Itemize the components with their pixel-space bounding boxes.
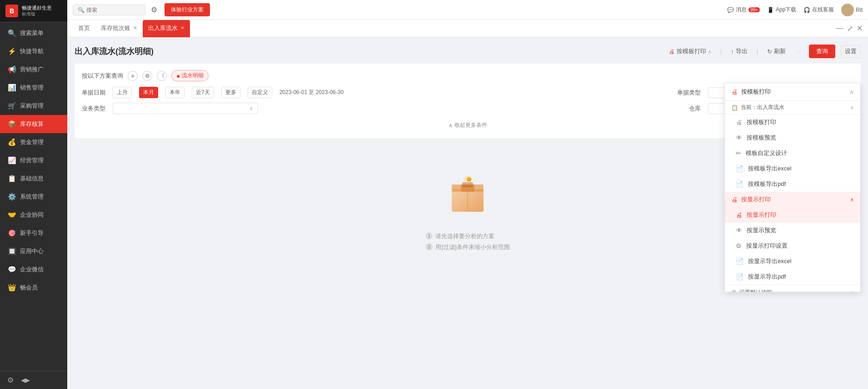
page-header: 出入库流水(流水明细) 🖨 按模板打印 ∧ | ↑ 导出 | ↻	[75, 45, 861, 58]
finance-icon: 💰	[7, 138, 16, 147]
sidebar-nav: 🔍 搜索菜单 ⚡ 快捷导航 📢 营销推广 📊 销售管理 🛒 采购管理 📦 库存核…	[0, 22, 67, 371]
message-button[interactable]: 💬 消息 99+	[727, 6, 760, 14]
date-last7days[interactable]: 近7天	[192, 87, 214, 98]
sidebar-label-guide: 新手引导	[20, 229, 44, 237]
sidebar-item-basic[interactable]: 📋 基础信息	[0, 170, 67, 188]
filter-section-label: 按以下方案查询	[82, 72, 123, 80]
app-title: 畅捷通好生意	[22, 5, 52, 11]
dropdown-item-template-customize[interactable]: ✏ 模板自定义设计	[725, 145, 860, 161]
tab-batch-close[interactable]: ✕	[133, 25, 137, 31]
online-service-button[interactable]: 🎧 在线客服	[803, 6, 834, 14]
sidebar-item-collab[interactable]: 🤝 企业协同	[0, 206, 67, 224]
display-settings-item-label: 按显示打印设置	[746, 242, 788, 250]
sidebar-label-collab: 企业协同	[20, 211, 44, 219]
sidebar-item-inventory[interactable]: 📦 库存核算	[0, 115, 67, 133]
dropdown-item-template-print[interactable]: 🖨 按模板打印	[725, 115, 860, 130]
sidebar-item-wechat[interactable]: 💬 企业微信	[0, 260, 67, 279]
template-print-icon: 🖨	[736, 119, 742, 126]
sidebar-item-operations[interactable]: 📈 经营管理	[0, 151, 67, 170]
tab-home[interactable]: 首页	[73, 20, 95, 37]
message-icon: 💬	[727, 7, 734, 13]
sidebar-item-sales[interactable]: 📊 销售管理	[0, 79, 67, 97]
tab-flow-close[interactable]: ✕	[180, 25, 185, 31]
query-button[interactable]: 查询	[809, 45, 835, 58]
sidebar-label-marketing: 营销推广	[20, 65, 44, 74]
app-download-button[interactable]: 📱 App下载	[767, 6, 796, 14]
sidebar-item-purchase[interactable]: 🛒 采购管理	[0, 97, 67, 115]
purchase-icon: 🛒	[7, 101, 16, 110]
message-label: 消息	[736, 6, 747, 14]
current-selection-row[interactable]: 📋 当前：出入库流水 ∨	[725, 101, 860, 115]
sidebar-item-guide[interactable]: 🎯 新手引导	[0, 224, 67, 242]
dropdown-footer[interactable]: ⚙ 设置默认功能 ∨	[725, 284, 860, 292]
display-section-arrow: ∧	[850, 197, 854, 203]
date-label: 单据日期	[82, 89, 105, 97]
date-more[interactable]: 更多	[221, 87, 240, 98]
tab-batch[interactable]: 库存批次账 ✕	[95, 20, 143, 37]
dropdown-item-display-export-pdf[interactable]: 📄 按显示导出pdf	[725, 269, 860, 284]
search-box[interactable]: 🔍	[73, 5, 145, 15]
sidebar-label-inventory: 库存核算	[20, 120, 44, 128]
close-window-icon[interactable]: ✕	[857, 24, 863, 33]
trial-button[interactable]: 体验行业方案	[165, 3, 210, 16]
chevron-up-icon: ∧	[708, 49, 711, 54]
filter-settings-button[interactable]: ⚙	[142, 71, 152, 81]
dropdown-item-display-export-excel[interactable]: 📄 按显示导出excel	[725, 254, 860, 269]
settings-bottom-icon[interactable]: ⚙	[7, 376, 14, 384]
filter-collapse-button[interactable]: 《	[157, 71, 167, 81]
collab-icon: 🤝	[7, 210, 16, 219]
date-last-month[interactable]: 上月	[113, 87, 132, 98]
tab-flow[interactable]: 出入库流水 ✕	[143, 20, 190, 37]
user-profile[interactable]: Rit	[841, 4, 863, 16]
sidebar-item-apps[interactable]: 🔲 应用中心	[0, 242, 67, 260]
template-excel-item-label: 按模板导出excel	[748, 165, 791, 173]
tip-num-1: 1	[425, 232, 433, 239]
dropdown-arrow-up[interactable]: ∧	[849, 89, 854, 95]
gear-button[interactable]: ⚙	[149, 5, 159, 14]
dropdown-item-display-preview[interactable]: 👁 按显示预览	[725, 223, 860, 238]
dropdown-header: 🖨 按模板打印 ∧	[725, 83, 860, 101]
dropdown-item-template-preview[interactable]: 👁 按模板预览	[725, 130, 860, 145]
dropdown-item-template-export-pdf[interactable]: 📄 按模板导出pdf	[725, 176, 860, 192]
date-this-month[interactable]: 本月	[139, 87, 158, 98]
date-custom[interactable]: 自定义	[248, 87, 272, 98]
sidebar-item-system[interactable]: ⚙️ 系统管理	[0, 188, 67, 206]
sidebar-item-shortcuts[interactable]: ⚡ 快捷导航	[0, 42, 67, 60]
marketing-icon: 📢	[7, 65, 16, 74]
maximize-icon[interactable]: ⤢	[847, 24, 853, 33]
divider-3: ···	[797, 48, 802, 55]
printer-icon-dropdown: 🖨	[731, 88, 738, 95]
filter-add-button[interactable]: +	[128, 71, 138, 81]
dropdown-footer-inner: ⚙ 设置默认功能	[731, 289, 772, 292]
dropdown-item-display-print-settings[interactable]: ⚙ 按显示打印设置	[725, 238, 860, 254]
refresh-button[interactable]: ↻ 刷新	[763, 45, 789, 57]
filter-tag[interactable]: ● 流水明细	[171, 70, 209, 81]
date-range-text: 2023-06-01 至 2023-06-30	[279, 89, 344, 96]
sidebar-item-search[interactable]: 🔍 搜索菜单	[0, 24, 67, 42]
display-print-icon: 🖨	[736, 211, 742, 219]
sidebar-item-finance[interactable]: 💰 资金管理	[0, 133, 67, 151]
search-input[interactable]	[86, 7, 141, 13]
sidebar-label-shortcuts: 快捷导航	[20, 47, 44, 55]
collapse-arrow-icon: ∧	[449, 122, 453, 129]
basic-icon: 📋	[7, 174, 16, 183]
business-type-select[interactable]: ∨	[113, 103, 258, 114]
minimize-icon[interactable]: —	[836, 24, 843, 33]
display-excel-item-label: 按显示导出excel	[748, 257, 791, 265]
display-print-section-header[interactable]: 🖨 按显示打印 ∧	[725, 192, 860, 207]
inventory-icon: 📦	[7, 120, 16, 129]
display-excel-icon: 📄	[736, 258, 743, 265]
export-button[interactable]: ↑ 导出	[727, 45, 751, 57]
dropdown-item-display-print[interactable]: 🖨 按显示打印	[725, 207, 860, 223]
dropdown-item-template-export-excel[interactable]: 📄 按模板导出excel	[725, 161, 860, 176]
settings-button[interactable]: 设置	[841, 45, 861, 58]
template-print-button[interactable]: 🖨 按模板打印 ∧	[665, 45, 715, 57]
date-this-year[interactable]: 本年	[165, 87, 185, 98]
sidebar-label-search: 搜索菜单	[20, 29, 44, 37]
toggle-sidebar-icon[interactable]: ◀▶	[21, 377, 30, 384]
message-badge: 99+	[748, 7, 760, 12]
sidebar-item-vip[interactable]: 👑 畅会员	[0, 279, 67, 297]
template-print-item-label: 按模板打印	[747, 118, 776, 126]
sidebar-label-system: 系统管理	[20, 193, 44, 201]
sidebar-item-marketing[interactable]: 📢 营销推广	[0, 60, 67, 79]
